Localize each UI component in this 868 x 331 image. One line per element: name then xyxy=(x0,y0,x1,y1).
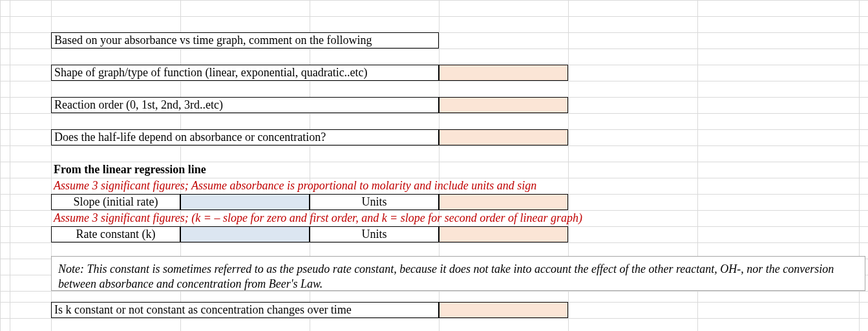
label-rate-constant: Rate constant (k) xyxy=(51,226,180,242)
label-assume-sigfig-1: Assume 3 significant figures; Assume abs… xyxy=(51,178,697,194)
label-reaction-order: Reaction order (0, 1st, 2nd, 3rd..etc) xyxy=(51,97,439,113)
input-reaction-order[interactable] xyxy=(439,97,568,113)
note-pseudo-rate-constant: Note: This constant is sometimes referre… xyxy=(51,256,865,291)
label-slope: Slope (initial rate) xyxy=(51,194,180,210)
input-slope-units[interactable] xyxy=(439,194,568,210)
label-linear-regression-header: From the linear regression line xyxy=(51,162,568,178)
label-half-life: Does the half-life depend on absorbance … xyxy=(51,129,439,145)
label-intro: Based on your absorbance vs time graph, … xyxy=(51,32,439,48)
label-assume-sigfig-2: Assume 3 significant figures; (k = – slo… xyxy=(51,210,762,226)
spreadsheet-sheet: Based on your absorbance vs time graph, … xyxy=(0,0,868,331)
label-slope-units: Units xyxy=(310,194,439,210)
label-is-k-constant: Is k constant or not constant as concent… xyxy=(51,302,439,318)
input-slope-value[interactable] xyxy=(180,194,310,210)
input-shape-of-graph[interactable] xyxy=(439,65,568,81)
label-rate-constant-units: Units xyxy=(310,226,439,242)
input-rate-constant-value[interactable] xyxy=(180,226,310,242)
input-rate-constant-units[interactable] xyxy=(439,226,568,242)
label-shape-of-graph: Shape of graph/type of function (linear,… xyxy=(51,65,439,81)
input-is-k-constant[interactable] xyxy=(439,302,568,318)
input-half-life[interactable] xyxy=(439,129,568,145)
